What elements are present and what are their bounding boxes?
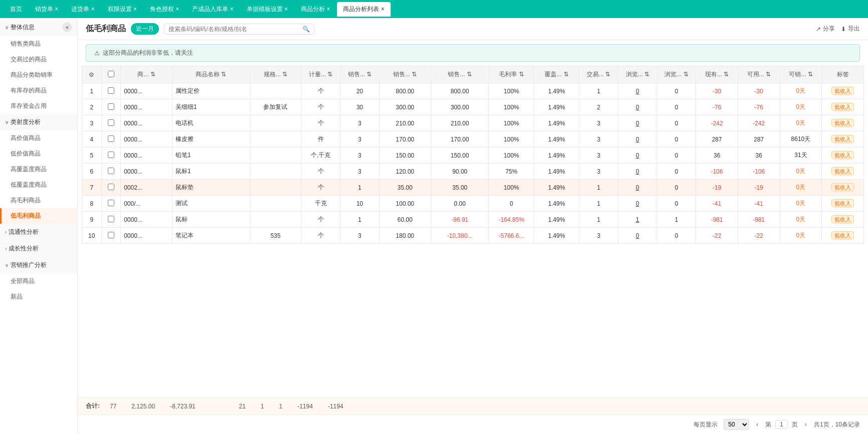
col-gross-header[interactable]: 覆盖... ⇅: [534, 66, 579, 83]
pagination: 每页显示 50 100 200 ‹ 第 1 页 › 共1页，10条记录: [78, 414, 868, 434]
row-view1[interactable]: 0: [618, 83, 657, 99]
col-checkbox-all[interactable]: [101, 66, 121, 83]
row-view1[interactable]: 0: [618, 164, 657, 180]
col-name-header[interactable]: 商品名称 ⇅: [172, 66, 250, 83]
col-spec-header[interactable]: 规格... ⇅: [250, 66, 301, 83]
row-checkbox[interactable]: [108, 87, 114, 94]
alert-text: 这部分商品的利润非常低，请关注: [103, 49, 193, 57]
share-button[interactable]: ↗ 分享: [816, 25, 835, 33]
row-checkbox-cell[interactable]: [101, 212, 121, 228]
col-sale-profit-header[interactable]: 销售... ⇅: [431, 66, 489, 83]
col-code-header[interactable]: 商... ⇅: [121, 66, 172, 83]
view1-link[interactable]: 0: [636, 200, 639, 207]
view1-link[interactable]: 0: [636, 104, 639, 111]
row-view1[interactable]: 0: [618, 115, 657, 131]
col-sale-amt-header[interactable]: 销售... ⇅: [379, 66, 431, 83]
row-checkbox[interactable]: [108, 200, 114, 206]
select-all-checkbox[interactable]: [108, 71, 114, 77]
nav-template-settings[interactable]: 单据模板设置 ×: [241, 2, 294, 17]
row-checkbox[interactable]: [108, 152, 114, 158]
next-page-btn[interactable]: ›: [802, 420, 810, 429]
row-view1[interactable]: 0: [618, 99, 657, 115]
view1-link[interactable]: 1: [636, 216, 639, 223]
nav-product-analysis-list[interactable]: 商品分析列表 ×: [337, 2, 390, 17]
row-checkbox[interactable]: [108, 184, 114, 190]
nav-product-analysis[interactable]: 商品分析 ×: [295, 2, 336, 17]
sidebar-item-new-products[interactable]: 新品: [0, 289, 77, 305]
row-checkbox[interactable]: [108, 216, 114, 222]
row-checkbox-cell[interactable]: [101, 228, 121, 244]
sidebar-collapse-btn[interactable]: «: [62, 22, 72, 32]
sidebar-group-growth[interactable]: › 成长性分析: [0, 240, 77, 257]
nav-home[interactable]: 首页: [4, 2, 28, 17]
prev-page-btn[interactable]: ‹: [753, 420, 761, 429]
sidebar-item-traded-products[interactable]: 交易过的商品: [0, 52, 77, 67]
sidebar-item-high-margin[interactable]: 高毛利商品: [0, 193, 77, 208]
row-view1[interactable]: 0: [618, 196, 657, 212]
table-row: 5 0000... 铅笔1 个,千克 3 150.00 150.00 100% …: [82, 148, 864, 164]
row-checkbox-cell[interactable]: [101, 148, 121, 164]
view1-link[interactable]: 0: [636, 120, 639, 127]
col-tag-header[interactable]: 标签: [822, 66, 864, 83]
view1-link[interactable]: 0: [636, 184, 639, 191]
row-checkbox[interactable]: [108, 135, 114, 142]
col-setting[interactable]: ⚙: [82, 66, 102, 83]
sidebar-item-low-margin[interactable]: 低毛利商品: [0, 208, 77, 224]
sidebar-item-category-rate[interactable]: 商品分类助销率: [0, 67, 77, 83]
row-checkbox-cell[interactable]: [101, 115, 121, 131]
sidebar-item-high-value[interactable]: 高价值商品: [0, 130, 77, 146]
row-checkbox[interactable]: [108, 232, 114, 238]
content-header: 低毛利商品 近一月 🔍 ↗ 分享 ⬇ 导出: [78, 18, 868, 40]
row-view1[interactable]: 0: [618, 180, 657, 196]
row-checkbox-cell[interactable]: [101, 131, 121, 148]
sidebar-item-stock-products[interactable]: 有库存的商品: [0, 83, 77, 98]
col-unit-header[interactable]: 计量... ⇅: [301, 66, 340, 83]
col-saleable-header[interactable]: 可销... ⇅: [780, 66, 822, 83]
sidebar-group-marketing[interactable]: ∨ 营销推广分析: [0, 257, 77, 273]
view1-link[interactable]: 0: [636, 136, 639, 143]
row-checkbox-cell[interactable]: [101, 99, 121, 115]
page-size-select[interactable]: 50 100 200: [724, 419, 749, 430]
col-stock-header[interactable]: 现有... ⇅: [696, 66, 738, 83]
nav-sales[interactable]: 销货单 ×: [29, 2, 64, 17]
row-view1[interactable]: 0: [618, 148, 657, 164]
row-checkbox-cell[interactable]: [101, 164, 121, 180]
col-view1-header[interactable]: 浏览... ⇅: [618, 66, 657, 83]
row-saleable: 0天: [780, 164, 822, 180]
view1-link[interactable]: 0: [636, 88, 639, 95]
nav-purchase[interactable]: 进货单 ×: [65, 2, 100, 17]
period-button[interactable]: 近一月: [131, 23, 159, 35]
export-button[interactable]: ⬇ 导出: [841, 25, 860, 33]
view1-link[interactable]: 0: [636, 168, 639, 175]
col-avail-header[interactable]: 可用... ⇅: [738, 66, 780, 83]
row-avail: -41: [738, 196, 780, 212]
sidebar-item-stock-funds[interactable]: 库存资金占用: [0, 98, 77, 114]
col-sale-qty-header[interactable]: 销售... ⇅: [340, 66, 380, 83]
sidebar-item-low-coverage[interactable]: 低覆盖度商品: [0, 177, 77, 193]
col-margin-header[interactable]: 毛利率 ⇅: [489, 66, 534, 83]
sidebar-group-overall[interactable]: ∨ 整体信息 «: [0, 18, 77, 36]
nav-permissions[interactable]: 权限设置 ×: [102, 2, 143, 17]
sidebar-item-sales-products[interactable]: 销售类商品: [0, 36, 77, 52]
view1-link[interactable]: 0: [636, 232, 639, 239]
search-input[interactable]: [168, 26, 302, 33]
row-view1[interactable]: 0: [618, 131, 657, 148]
row-checkbox-cell[interactable]: [101, 180, 121, 196]
row-checkbox[interactable]: [108, 103, 114, 110]
row-view1[interactable]: 0: [618, 228, 657, 244]
sidebar-group-liquidity[interactable]: › 流通性分析: [0, 224, 77, 240]
sidebar-item-low-value[interactable]: 低价值商品: [0, 146, 77, 162]
row-checkbox-cell[interactable]: [101, 83, 121, 99]
col-view2-header[interactable]: 浏览... ⇅: [657, 66, 696, 83]
nav-roles[interactable]: 角色授权 ×: [144, 2, 185, 17]
sidebar-item-high-coverage[interactable]: 高覆盖度商品: [0, 162, 77, 177]
row-view1[interactable]: 1: [618, 212, 657, 228]
sidebar-group-analysis[interactable]: ∨ 类射度分析: [0, 114, 77, 130]
row-checkbox-cell[interactable]: [101, 196, 121, 212]
view1-link[interactable]: 0: [636, 152, 639, 159]
sidebar-item-all-products[interactable]: 全部商品: [0, 273, 77, 289]
nav-product-entry[interactable]: 产成品入库单 ×: [186, 2, 239, 17]
col-trans-header[interactable]: 交易... ⇅: [579, 66, 618, 83]
row-checkbox[interactable]: [108, 119, 114, 126]
row-checkbox[interactable]: [108, 168, 114, 174]
